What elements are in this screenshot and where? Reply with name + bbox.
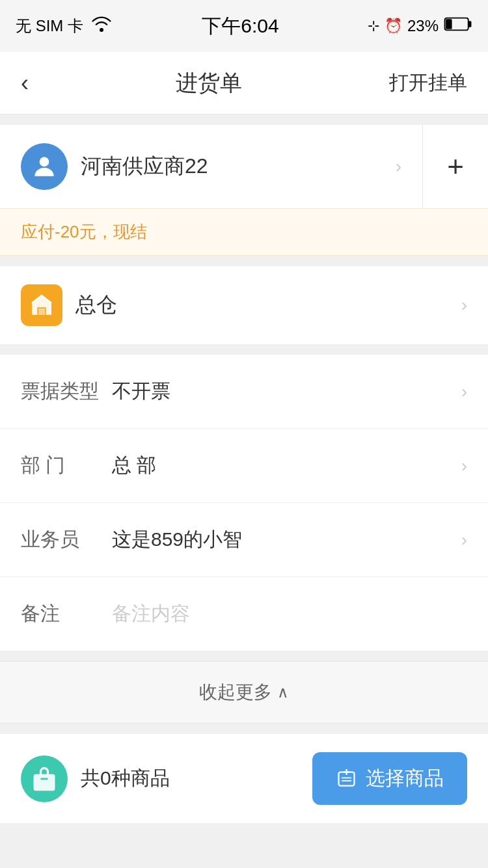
wifi-icon (90, 16, 113, 36)
add-supplier-button[interactable]: + (423, 125, 488, 208)
department-value: 总 部 (112, 452, 461, 479)
carrier-text: 无 SIM 卡 (16, 16, 83, 36)
supplier-section: 河南供应商22 › + (0, 125, 488, 208)
select-product-label: 选择商品 (366, 765, 444, 792)
select-product-button[interactable]: 选择商品 (312, 752, 467, 805)
svg-point-3 (40, 157, 49, 167)
ticket-type-chevron-icon: › (461, 381, 467, 402)
select-product-icon (336, 767, 359, 791)
warehouse-chevron-icon: › (461, 295, 467, 316)
remark-input[interactable]: 备注内容 (112, 601, 467, 627)
supplier-avatar (21, 143, 68, 190)
collapse-section[interactable]: 收起更多 ∧ (0, 661, 488, 724)
svg-rect-2 (446, 19, 452, 29)
salesperson-row[interactable]: 业务员 这是859的小智 › (0, 503, 488, 577)
svg-rect-6 (34, 774, 55, 791)
content-area: 河南供应商22 › + 应付-20元，现结 总仓 › 票据类型 不开票 › (0, 125, 488, 823)
product-count-text: 共0种商品 (81, 765, 312, 792)
open-pending-button[interactable]: 打开挂单 (389, 70, 467, 96)
warehouse-section[interactable]: 总仓 › (0, 266, 488, 344)
svg-rect-1 (468, 21, 472, 27)
status-left: 无 SIM 卡 (16, 16, 113, 36)
remark-row[interactable]: 备注 备注内容 (0, 577, 488, 651)
status-time: 下午6:04 (202, 13, 278, 40)
department-row[interactable]: 部 门 总 部 › (0, 429, 488, 503)
warning-banner: 应付-20元，现结 (0, 208, 488, 256)
product-section: 共0种商品 选择商品 (0, 734, 488, 823)
department-label: 部 门 (21, 452, 112, 479)
nav-bar: ‹ 进货单 打开挂单 (0, 52, 488, 115)
alarm-icon: ⏰ (385, 18, 402, 34)
salesperson-value: 这是859的小智 (112, 526, 461, 553)
back-button[interactable]: ‹ (21, 70, 29, 97)
warehouse-name: 总仓 (75, 291, 461, 319)
ticket-type-value: 不开票 (112, 378, 461, 405)
collapse-label: 收起更多 (199, 680, 272, 705)
status-right: ⊹ ⏰ 23% (368, 17, 472, 35)
warehouse-icon (21, 284, 62, 326)
remark-label: 备注 (21, 601, 112, 627)
salesperson-label: 业务员 (21, 526, 112, 553)
department-chevron-icon: › (461, 455, 467, 476)
supplier-name: 河南供应商22 (81, 152, 396, 181)
ticket-type-row[interactable]: 票据类型 不开票 › (0, 355, 488, 429)
ticket-type-label: 票据类型 (21, 378, 112, 405)
page-title: 进货单 (176, 68, 242, 98)
svg-rect-5 (38, 308, 45, 315)
battery-text: 23% (407, 17, 439, 35)
warning-text: 应付-20元，现结 (21, 222, 147, 241)
product-bag-icon (21, 755, 68, 802)
supplier-chevron-icon: › (396, 156, 401, 177)
form-section: 票据类型 不开票 › 部 门 总 部 › 业务员 这是859的小智 › 备注 备… (0, 355, 488, 651)
status-bar: 无 SIM 卡 下午6:04 ⊹ ⏰ 23% (0, 0, 488, 52)
location-icon: ⊹ (368, 18, 379, 34)
salesperson-chevron-icon: › (461, 530, 467, 550)
supplier-selector[interactable]: 河南供应商22 › (0, 125, 423, 208)
collapse-arrow-icon: ∧ (277, 683, 289, 701)
battery-icon (444, 17, 472, 35)
